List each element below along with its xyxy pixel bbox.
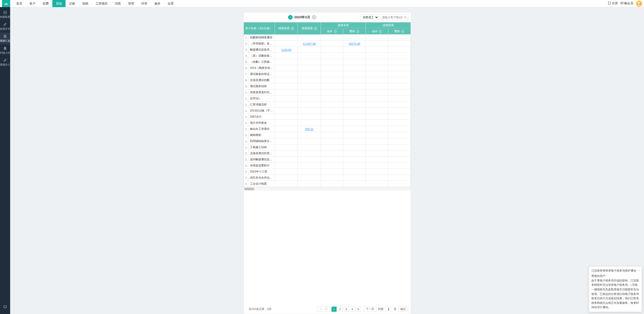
amount-link[interactable]: 266.31 xyxy=(305,128,313,131)
fullscreen-button[interactable]: 全屏 xyxy=(608,1,618,6)
prev-month-button[interactable] xyxy=(288,15,293,20)
table-row[interactable]: 2（库存核算）直播畅捷通信…111267.6010275.09 xyxy=(244,41,411,47)
sales-special-value xyxy=(275,144,298,150)
table-row[interactable]: 7测试账套的凭证打印的时候… xyxy=(244,71,411,77)
prev-page-button[interactable]: 上一页 xyxy=(317,306,330,312)
topnav-item-9[interactable]: 经营 xyxy=(138,0,151,7)
topnav-item-10[interactable]: 服务 xyxy=(151,0,164,7)
purchase-special-expense xyxy=(343,163,366,169)
customer-name: 沈海英测试经营勿删 xyxy=(248,150,275,156)
customer-name: 工程施工结转 xyxy=(248,144,275,150)
customer-name: 辅助期初 xyxy=(248,132,275,138)
table-row[interactable]: 9测试期末结转 xyxy=(244,83,411,89)
user-avatar[interactable] xyxy=(636,1,642,7)
doc-icon xyxy=(3,34,7,38)
table-row[interactable]: 22东明县设置鞋行 xyxy=(244,163,411,169)
purchase-normal-expense xyxy=(388,83,411,89)
sidebar-item-1[interactable]: 发票开具 xyxy=(0,21,10,33)
help-icon[interactable]: ? xyxy=(379,30,382,33)
topnav-item-8[interactable]: 管理 xyxy=(124,0,138,7)
table-row[interactable]: 12汇算清缴流程 xyxy=(244,102,411,108)
amount-link[interactable]: 1130.00 xyxy=(281,48,291,51)
page-number-4[interactable]: 4 xyxy=(350,307,355,312)
close-icon[interactable]: − xyxy=(638,268,640,273)
table-row[interactable]: 18利用辅助核算分析每种商… xyxy=(244,138,411,144)
table-row[interactable]: 8沈海英测试勿删 xyxy=(244,77,411,83)
sidebar-item-3[interactable]: 扫描上传 xyxy=(0,44,10,56)
table-row[interactable]: 11合作社1 xyxy=(244,96,411,102)
topnav-item-0[interactable]: 首页 xyxy=(13,0,26,7)
amount-link[interactable]: 111267.60 xyxy=(303,42,316,45)
page-number-3[interactable]: 3 xyxy=(344,307,349,312)
sales-special-value xyxy=(275,138,298,144)
table-row[interactable]: 21温州畅捷通信息服务有限… xyxy=(244,156,411,163)
table-row[interactable]: 19工程施工结转 xyxy=(244,144,411,150)
table-row[interactable]: 142007会计 xyxy=(244,114,411,120)
search-button[interactable] xyxy=(403,14,408,20)
topnav-item-7[interactable]: 消息 xyxy=(111,0,124,7)
purchase-normal-cost xyxy=(366,41,388,47)
purchase-normal-expense xyxy=(388,175,411,181)
purchase-normal-expense xyxy=(388,163,411,169)
next-page-button[interactable]: 下一页 xyxy=(364,306,376,312)
sidebar-bottom-item[interactable] xyxy=(0,303,10,311)
table-row[interactable]: 132013日记账（不要删除哈… xyxy=(244,108,411,114)
purchase-normal-cost xyxy=(366,169,388,175)
sales-special-value xyxy=(275,132,298,138)
goto-page-input[interactable] xyxy=(385,307,392,312)
goto-confirm-button[interactable]: 确定 xyxy=(398,306,408,312)
help-icon[interactable]: ? xyxy=(334,30,337,33)
purchase-normal-expense xyxy=(388,156,411,163)
sales-normal-value xyxy=(298,96,321,102)
topnav-item-3[interactable]: 票据 xyxy=(52,0,66,7)
page-number-5[interactable]: 5 xyxy=(356,307,361,312)
help-icon[interactable]: ? xyxy=(291,27,294,30)
svg-rect-14 xyxy=(4,306,7,307)
sales-special-value xyxy=(275,35,298,41)
purchase-special-cost xyxy=(321,96,343,102)
member-label: 畅会员 xyxy=(624,1,633,6)
table-row[interactable]: 62013（陶美芳勿删） xyxy=(244,65,411,71)
purchase-special-cost xyxy=(321,138,343,144)
member-button[interactable]: 畅会员 xyxy=(620,1,633,6)
purchase-special-cost xyxy=(321,150,343,156)
topnav-item-2[interactable]: 收费 xyxy=(39,0,52,7)
table-row[interactable]: 5（勿删）江西服宝-LSS xyxy=(244,59,411,65)
topnav-item-1[interactable]: 客户 xyxy=(26,0,39,7)
table-row[interactable]: 17辅助期初 xyxy=(244,132,411,138)
help-icon[interactable]: ? xyxy=(356,30,359,33)
sidebar-item-2[interactable]: 票据汇总 xyxy=(0,33,10,44)
sales-normal-value xyxy=(298,65,321,71)
help-icon[interactable]: ? xyxy=(314,27,317,30)
employee-select[interactable]: 全部员工 xyxy=(360,14,379,20)
table-row[interactable]: 4（原）误删勿改李艳芬测试账… xyxy=(244,53,411,59)
table-row[interactable]: 24农民专业合作社会计制度 xyxy=(244,175,411,181)
table-row[interactable]: 232022年十三督 xyxy=(244,169,411,175)
table-row[interactable]: 25工会会计制度 xyxy=(244,181,411,187)
page-number-1[interactable]: 1 xyxy=(332,307,337,312)
row-index: 5 xyxy=(244,59,248,65)
purchase-normal-expense xyxy=(388,35,411,41)
table-row[interactable]: 20沈海英测试经营勿删 xyxy=(244,150,411,156)
topnav-item-4[interactable]: 记账 xyxy=(66,0,79,7)
horizontal-scrollbar[interactable] xyxy=(244,187,411,191)
table-row[interactable]: 1勿删新锐网络通信 xyxy=(244,35,411,41)
page-number-2[interactable]: 2 xyxy=(338,307,343,312)
sales-special-value xyxy=(275,77,298,83)
table-row[interactable]: 10张家港厚道针织品有限公… xyxy=(244,89,411,96)
purchase-special-expense xyxy=(343,132,366,138)
table-row[interactable]: 15地方水利基金 xyxy=(244,120,411,126)
purchase-special-expense xyxy=(343,35,366,41)
sidebar-item-4[interactable]: 票据录入 xyxy=(0,56,10,68)
amount-link[interactable]: 10275.09 xyxy=(349,42,360,45)
sidebar-item-0[interactable]: 智能取票 xyxy=(0,9,10,21)
table-row[interactable]: 16杨仙女工资测试266.31 xyxy=(244,126,411,132)
row-index: 13 xyxy=(244,108,248,114)
sales-normal-value xyxy=(298,102,321,108)
next-month-button[interactable] xyxy=(312,15,316,20)
topnav-item-5[interactable]: 报税 xyxy=(79,0,92,7)
table-row[interactable]: 3畅捷通信息技术股份有限公…1130.00 xyxy=(244,47,411,53)
help-icon[interactable]: ? xyxy=(401,30,404,33)
topnav-item-6[interactable]: 工商项目 xyxy=(92,0,111,7)
topnav-item-11[interactable]: 设置 xyxy=(164,0,177,7)
